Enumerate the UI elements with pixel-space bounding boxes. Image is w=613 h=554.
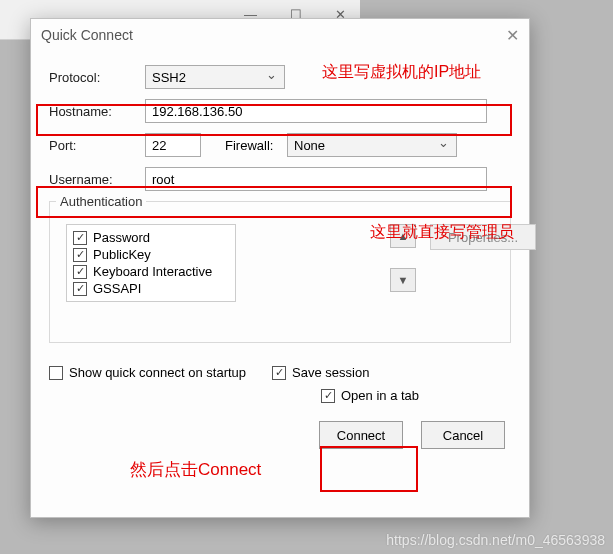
checkbox-icon[interactable]: ✓ — [73, 265, 87, 279]
dialog-titlebar: Quick Connect ✕ — [31, 19, 529, 51]
auth-item-label: Password — [93, 230, 150, 245]
checkbox-icon[interactable]: ✓ — [73, 282, 87, 296]
annotation-text: 这里写虚拟机的IP地址 — [322, 62, 481, 83]
auth-item-label: Keyboard Interactive — [93, 264, 212, 279]
close-icon[interactable]: ✕ — [506, 26, 519, 45]
show-on-startup-option[interactable]: Show quick connect on startup — [49, 365, 246, 380]
dialog-title: Quick Connect — [41, 27, 133, 43]
watermark: https://blog.csdn.net/m0_46563938 — [386, 532, 605, 548]
move-down-button[interactable]: ▼ — [390, 268, 416, 292]
save-session-option[interactable]: ✓ Save session — [272, 365, 369, 380]
checkbox-icon[interactable]: ✓ — [272, 366, 286, 380]
cancel-button[interactable]: Cancel — [421, 421, 505, 449]
port-label: Port: — [49, 138, 139, 153]
list-item[interactable]: ✓ Keyboard Interactive — [73, 263, 229, 280]
checkbox-icon[interactable]: ✓ — [73, 231, 87, 245]
hostname-input[interactable] — [145, 99, 487, 123]
port-input[interactable] — [145, 133, 201, 157]
quick-connect-dialog: Quick Connect ✕ Protocol: SSH2 Hostname:… — [30, 18, 530, 518]
checkbox-icon[interactable] — [49, 366, 63, 380]
username-input[interactable] — [145, 167, 487, 191]
checkbox-icon[interactable]: ✓ — [73, 248, 87, 262]
list-item[interactable]: ✓ Password — [73, 229, 229, 246]
option-label: Save session — [292, 365, 369, 380]
list-item[interactable]: ✓ GSSAPI — [73, 280, 229, 297]
annotation-text: 然后点击Connect — [130, 458, 261, 481]
firewall-select[interactable]: None — [287, 133, 457, 157]
username-label: Username: — [49, 172, 139, 187]
auth-item-label: GSSAPI — [93, 281, 141, 296]
list-item[interactable]: ✓ PublicKey — [73, 246, 229, 263]
authentication-list[interactable]: ✓ Password ✓ PublicKey ✓ Keyboard Intera… — [66, 224, 236, 302]
authentication-legend: Authentication — [56, 194, 146, 209]
protocol-label: Protocol: — [49, 70, 139, 85]
protocol-select[interactable]: SSH2 — [145, 65, 285, 89]
open-in-tab-option[interactable]: ✓ Open in a tab — [321, 388, 511, 403]
annotation-text: 这里就直接写管理员 — [370, 222, 514, 243]
checkbox-icon[interactable]: ✓ — [321, 389, 335, 403]
firewall-label: Firewall: — [225, 138, 281, 153]
connect-button[interactable]: Connect — [319, 421, 403, 449]
hostname-label: Hostname: — [49, 104, 139, 119]
option-label: Show quick connect on startup — [69, 365, 246, 380]
auth-item-label: PublicKey — [93, 247, 151, 262]
option-label: Open in a tab — [341, 388, 419, 403]
